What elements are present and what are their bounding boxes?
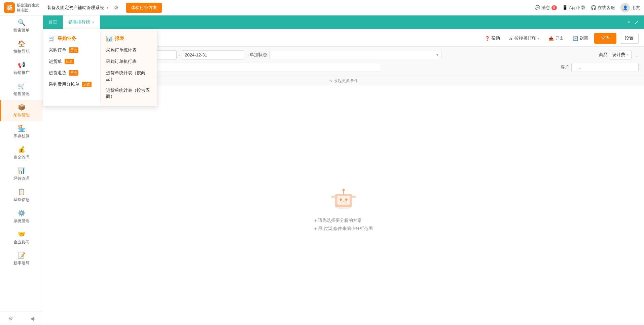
dropdown-item-purchase-receive[interactable]: 进货单 历史 — [43, 56, 100, 67]
dropdown-item-receive-by-goods[interactable]: 进货单统计表（按商品） — [101, 67, 157, 85]
message-btn[interactable]: 💬 消息 9 — [535, 5, 557, 11]
guide-icon: 📝 — [18, 252, 25, 259]
dropdown-purchase-header: 🛒 采购业务 — [43, 33, 100, 44]
hist-badge-4: 历史 — [82, 82, 92, 87]
dropdown-item-purchase-expense[interactable]: 采购费用分摊单 历史 — [43, 79, 100, 90]
gear-icon[interactable]: ⚙ — [111, 3, 121, 12]
customer-select[interactable]: … — [571, 63, 639, 72]
empty-tips: ● 请先选择要分析的方案 ● 用[过滤]条件来缩小分析范围 — [314, 216, 373, 232]
salesperson-select[interactable]: … — [142, 63, 380, 72]
logo-icon: 畅 — [4, 2, 15, 13]
online-service-btn[interactable]: 🎧 在线客服 — [591, 5, 615, 11]
basic-info-icon: 📋 — [18, 188, 25, 196]
settings-btn[interactable]: 设置 — [620, 33, 639, 44]
avatar: 👤 — [620, 3, 630, 12]
goods-tag[interactable]: 设计费 × — [609, 50, 632, 59]
tab-sales-rank[interactable]: 销售排行榜 × — [63, 15, 100, 29]
purchase-icon: 📦 — [18, 104, 25, 111]
tab-home[interactable]: 首页 — [43, 15, 63, 29]
svg-point-6 — [343, 189, 345, 191]
dropdown-item-purchase-order-stat[interactable]: 采购订单统计表 — [101, 44, 157, 56]
sidebar-item-marketing[interactable]: 📢 营销推广 — [0, 58, 43, 79]
user-btn[interactable]: 👤 用友 — [620, 3, 640, 12]
sidebar-item-purchase[interactable]: 📦 采购管理 — [0, 100, 43, 121]
sidebar-item-sales[interactable]: 🛒 销售管理 — [0, 79, 43, 100]
purchase-col-icon: 🛒 — [49, 35, 56, 42]
sidebar-item-basic-info[interactable]: 📋 基础信息 — [0, 185, 43, 206]
sidebar-item-guide[interactable]: 📝 新手引导 — [0, 248, 43, 270]
title-chevron-icon[interactable]: ▾ — [107, 5, 109, 10]
headset-icon: 🎧 — [591, 5, 596, 10]
home-icon: 🏠 — [18, 40, 25, 47]
sidebar-item-search[interactable]: 🔍 搜索菜单 — [0, 15, 43, 37]
system-title: 装备及固定资产辅助管理系统 ▾ ⚙ 体验行业方案 — [47, 3, 535, 13]
sidebar-item-quick-nav[interactable]: 🏠 快捷导航 — [0, 37, 43, 58]
refresh-icon: 🔄 — [573, 36, 578, 41]
date-end-input[interactable] — [182, 50, 244, 59]
topbar-right: 💬 消息 9 📱 App下载 🎧 在线客服 👤 用友 — [535, 3, 640, 12]
filter-customer: 客户 … — [386, 63, 639, 72]
help-icon: ❓ — [485, 36, 490, 41]
customer-dots[interactable]: … — [577, 65, 581, 70]
hist-badge-2: 历史 — [65, 59, 74, 64]
help-btn[interactable]: ❓ 帮助 — [482, 34, 503, 43]
print-btn[interactable]: 🖨 按模板打印 ▾ — [506, 34, 542, 43]
svg-rect-2 — [337, 196, 350, 205]
inventory-icon: 🏪 — [18, 125, 25, 132]
dropdown-purchase-col: 🛒 采购业务 采购订单 历史 进货单 历史 进货退货 历史 采购费用分摊单 历史 — [43, 29, 100, 106]
operation-icon: 📊 — [18, 167, 25, 174]
sidebar-item-enterprise[interactable]: 🤝 企业协同 — [0, 227, 43, 248]
purchase-dropdown-menu: 🛒 采购业务 采购订单 历史 进货单 历史 进货退货 历史 采购费用分摊单 历史 — [43, 29, 157, 107]
dropdown-report-header: 📊 报表 — [101, 33, 157, 44]
hist-badge-1: 历史 — [69, 47, 78, 53]
svg-point-3 — [339, 198, 342, 201]
export-btn[interactable]: 📤 导出 — [546, 34, 567, 43]
dropdown-item-receive-by-supplier[interactable]: 进货单统计表（按供应商） — [101, 85, 157, 102]
sidebar-settings-icon[interactable]: ⚙ — [8, 315, 13, 322]
sidebar-item-system[interactable]: ⚙️ 系统管理 — [0, 206, 43, 227]
industry-btn[interactable]: 体验行业方案 — [126, 3, 162, 13]
refresh-btn[interactable]: 🔄 刷新 — [570, 34, 591, 43]
dropdown-report-col: 📊 报表 采购订单统计表 采购订单执行表 进货单统计表（按商品） 进货单统计表（… — [101, 29, 157, 106]
tab-close-icon[interactable]: × — [92, 20, 94, 24]
filter-voucher-status: 单据状态 ▾ — [250, 51, 441, 59]
svg-rect-8 — [352, 196, 356, 198]
sidebar-item-finance[interactable]: 💰 资金管理 — [0, 143, 43, 164]
tab-actions: × ⤢ — [622, 18, 644, 27]
sales-icon: 🛒 — [18, 82, 25, 90]
phone-icon: 📱 — [562, 5, 568, 10]
search-icon: 🔍 — [18, 19, 25, 26]
empty-illustration — [327, 179, 360, 212]
dropdown-item-purchase-return[interactable]: 进货退货 历史 — [43, 67, 100, 79]
window-close-icon[interactable]: × — [626, 18, 632, 27]
query-btn[interactable]: 查询 — [594, 33, 616, 44]
sidebar-item-operation[interactable]: 📊 经营管理 — [0, 164, 43, 185]
logo-area: 畅 畅捷通好生意 标准版 — [4, 2, 44, 13]
report-col-icon: 📊 — [106, 35, 113, 42]
sidebar-bottom: ⚙ ◀ — [0, 312, 43, 325]
dropdown-item-purchase-order[interactable]: 采购订单 历史 — [43, 44, 100, 56]
message-badge: 9 — [551, 5, 557, 10]
topbar: 畅 畅捷通好生意 标准版 装备及固定资产辅助管理系统 ▾ ⚙ 体验行业方案 💬 … — [0, 0, 644, 15]
enterprise-icon: 🤝 — [18, 231, 25, 238]
voucher-status-select[interactable]: ▾ — [269, 51, 441, 59]
app-download-btn[interactable]: 📱 App下载 — [562, 5, 585, 11]
logo-text: 畅捷通好生意 标准版 — [17, 3, 39, 12]
sidebar: 🔍 搜索菜单 🏠 快捷导航 📢 营销推广 🛒 销售管理 📦 采购管理 🏪 库存核… — [0, 15, 43, 325]
dropdown-item-purchase-order-exec[interactable]: 采购订单执行表 — [101, 56, 157, 67]
sidebar-collapse-icon[interactable]: ◀ — [30, 315, 34, 322]
goods-more-icon[interactable]: … — [634, 52, 639, 57]
finance-icon: 💰 — [18, 146, 25, 153]
window-expand-icon[interactable]: ⤢ — [633, 18, 640, 27]
message-icon: 💬 — [535, 5, 540, 10]
goods-tag-close[interactable]: × — [627, 53, 629, 57]
svg-point-4 — [345, 198, 348, 201]
marketing-icon: 📢 — [18, 61, 25, 69]
print-chevron-icon[interactable]: ▾ — [538, 36, 540, 41]
svg-rect-7 — [331, 196, 335, 198]
empty-state: ● 请先选择要分析的方案 ● 用[过滤]条件来缩小分析范围 — [43, 86, 644, 325]
hist-badge-3: 历史 — [69, 70, 78, 76]
filter-salesperson: 业务员 … — [127, 63, 380, 72]
sidebar-item-inventory[interactable]: 🏪 库存核算 — [0, 121, 43, 143]
print-icon: 🖨 — [509, 36, 513, 41]
